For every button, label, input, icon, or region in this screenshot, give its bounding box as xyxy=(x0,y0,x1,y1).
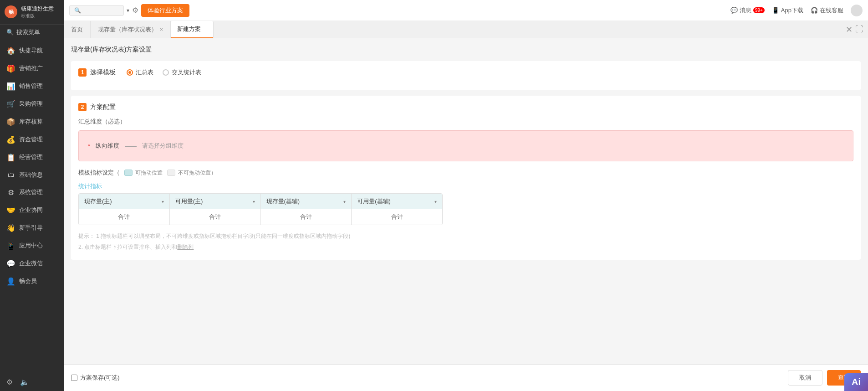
chevron-icon-1: ▾ xyxy=(253,199,255,204)
content-area: 现存量(库存状况表)方案设置 1 选择模板 汇总表 交叉统计表 xyxy=(64,38,868,364)
dimension-dash: —— xyxy=(125,143,137,149)
sidebar-search[interactable]: 🔍 搜索菜单 xyxy=(0,25,64,40)
tab-inventory-status[interactable]: 现存量（库存状况表） × xyxy=(91,21,171,38)
sidebar-item-marketing[interactable]: 🎁 营销推广 xyxy=(0,60,64,77)
stats-title: 统计指标 xyxy=(78,182,853,190)
sidebar-item-wechat[interactable]: 💬 企业微信 xyxy=(0,255,64,273)
stats-cell-0: 合计 xyxy=(79,209,170,225)
template-settings: 模板指标设定（ 可拖动位置 不可拖动位置） xyxy=(78,169,853,177)
chart-icon: 📊 xyxy=(6,82,15,91)
member-icon: 👤 xyxy=(6,277,15,286)
dimension-placeholder: 请选择分组维度 xyxy=(142,142,184,150)
volume-icon[interactable]: 🔈 xyxy=(20,378,29,386)
stats-table-header: 现存量(主) ▾ 可用量(主) ▾ 现存量(基辅) ▾ 可用量(基辅) ▾ xyxy=(79,194,442,209)
sidebar-item-guide[interactable]: 👋 新手引导 xyxy=(0,219,64,237)
fixed-legend: 不可拖动位置） xyxy=(167,169,216,177)
footer: 方案保存(可选) 取消 查询 xyxy=(64,364,868,391)
app-name: 畅康通好生意 标准版 xyxy=(21,5,54,19)
gift-icon: 🎁 xyxy=(6,64,15,73)
section-template: 1 选择模板 汇总表 交叉统计表 xyxy=(71,61,861,90)
section1-number: 1 xyxy=(78,68,87,77)
stats-col-0[interactable]: 现存量(主) ▾ xyxy=(79,194,170,209)
sidebar-item-inventory[interactable]: 📦 库存核算 xyxy=(0,113,64,131)
tab-bar: 首页 现存量（库存状况表） × 新建方案 × ✕ ⛶ xyxy=(64,21,868,38)
topbar: 🔍 ▾ ⚙ 体验行业方案 💬 消息 99+ 📱 App下载 🎧 在线客服 xyxy=(64,0,868,21)
tab-home[interactable]: 首页 xyxy=(64,21,91,38)
cancel-button[interactable]: 取消 xyxy=(788,370,822,386)
tab-close-inventory[interactable]: × xyxy=(160,26,163,33)
cart-icon: 🛒 xyxy=(6,100,15,108)
sidebar-bottom: ⚙ 🔈 xyxy=(0,373,64,391)
tab-close-new-scheme[interactable]: × xyxy=(204,26,207,32)
section1-header: 1 选择模板 汇总表 交叉统计表 xyxy=(78,68,853,77)
ai-float-button[interactable]: Ai xyxy=(844,373,868,391)
fixed-block xyxy=(167,170,175,176)
mobile-icon: 📱 xyxy=(6,242,15,250)
message-icon: 💬 xyxy=(730,7,738,14)
movable-block xyxy=(124,170,133,176)
template-radio-group: 汇总表 交叉统计表 xyxy=(127,68,201,77)
section2-number: 2 xyxy=(78,103,87,111)
movable-legend: 可拖动位置 xyxy=(124,169,163,177)
sidebar-item-quick-nav[interactable]: 🏠 快捷导航 xyxy=(0,42,64,60)
save-checkbox[interactable] xyxy=(71,375,77,381)
gear-icon[interactable]: ⚙ xyxy=(6,378,13,386)
trial-button[interactable]: 体验行业方案 xyxy=(141,4,189,17)
handshake-icon: 🤝 xyxy=(6,206,15,215)
close-panel-icon[interactable]: ✕ xyxy=(846,25,853,35)
stats-table: 现存量(主) ▾ 可用量(主) ▾ 现存量(基辅) ▾ 可用量(基辅) ▾ xyxy=(78,193,443,225)
sidebar-item-finance[interactable]: 💰 资金管理 xyxy=(0,131,64,149)
stats-col-1[interactable]: 可用量(主) ▾ xyxy=(170,194,261,209)
sidebar-item-system[interactable]: ⚙ 系统管理 xyxy=(0,184,64,201)
download-icon: 📱 xyxy=(772,7,779,14)
sidebar-item-member[interactable]: 👤 畅会员 xyxy=(0,273,64,290)
chevron-icon-2: ▾ xyxy=(343,199,346,204)
dimension-area[interactable]: * 纵向维度 —— 请选择分组维度 xyxy=(78,130,853,161)
wechat-icon: 💬 xyxy=(6,259,15,268)
settings-icon: ⚙ xyxy=(6,188,15,197)
wave-icon: 👋 xyxy=(6,224,15,232)
money-icon: 💰 xyxy=(6,135,15,144)
stats-col-2[interactable]: 现存量(基辅) ▾ xyxy=(261,194,352,209)
dimension-label: 纵向维度 xyxy=(96,142,119,150)
topbar-search-box[interactable]: 🔍 xyxy=(69,5,124,16)
box-icon: 📦 xyxy=(6,118,15,126)
sidebar-item-business[interactable]: 📋 经营管理 xyxy=(0,149,64,166)
app-logo-icon: 畅 xyxy=(5,5,17,18)
clipboard-icon: 📋 xyxy=(6,153,15,162)
sidebar-item-base-info[interactable]: 🗂 基础信息 xyxy=(0,166,64,184)
sidebar-item-cooperation[interactable]: 🤝 企业协同 xyxy=(0,201,64,219)
expand-icon[interactable]: ⛶ xyxy=(855,25,863,34)
radio-circle-summary xyxy=(127,69,133,76)
tab-new-scheme[interactable]: 新建方案 × xyxy=(171,21,214,38)
stats-cell-1: 合计 xyxy=(170,209,261,225)
message-button[interactable]: 💬 消息 99+ xyxy=(730,6,765,15)
search-icon: 🔍 xyxy=(74,7,81,14)
app-download-button[interactable]: 📱 App下载 xyxy=(772,6,803,15)
stats-table-body: 合计 合计 合计 合计 xyxy=(79,209,442,225)
section-config: 2 方案配置 汇总维度（必选） * 纵向维度 —— 请选择分组维度 模板指标设定… xyxy=(71,96,861,260)
section2-header: 2 方案配置 xyxy=(78,103,853,111)
template-settings-label: 模板指标设定（ 可拖动位置 不可拖动位置） xyxy=(78,169,853,177)
dimension-row: * 纵向维度 —— 请选择分组维度 xyxy=(88,142,844,150)
gear-settings-icon[interactable]: ⚙ xyxy=(132,6,138,15)
sidebar-item-apps[interactable]: 📱 应用中心 xyxy=(0,237,64,255)
user-avatar[interactable] xyxy=(851,5,863,16)
sidebar-nav: 🏠 快捷导航 🎁 营销推广 📊 销售管理 🛒 采购管理 📦 库存核算 💰 资金管… xyxy=(0,40,64,373)
stats-cell-3: 合计 xyxy=(352,209,442,225)
online-service-button[interactable]: 🎧 在线客服 xyxy=(811,6,843,15)
chevron-icon-3: ▾ xyxy=(434,199,437,204)
topbar-right: 💬 消息 99+ 📱 App下载 🎧 在线客服 xyxy=(730,5,863,16)
sidebar-item-sales[interactable]: 📊 销售管理 xyxy=(0,77,64,95)
stats-col-3[interactable]: 可用量(基辅) ▾ xyxy=(352,194,442,209)
radio-cross[interactable]: 交叉统计表 xyxy=(163,68,201,77)
main-area: 🔍 ▾ ⚙ 体验行业方案 💬 消息 99+ 📱 App下载 🎧 在线客服 xyxy=(64,0,868,391)
topbar-dropdown[interactable]: ▾ xyxy=(127,7,129,14)
search-icon: 🔍 xyxy=(6,29,14,36)
radio-summary[interactable]: 汇总表 xyxy=(127,68,153,77)
stats-cell-2: 合计 xyxy=(261,209,352,225)
sidebar-item-purchase[interactable]: 🛒 采购管理 xyxy=(0,95,64,113)
topbar-left: 🔍 ▾ ⚙ 体验行业方案 xyxy=(69,4,726,17)
aggregate-label: 汇总维度（必选） xyxy=(78,118,853,126)
sidebar-logo: 畅 畅康通好生意 标准版 xyxy=(0,0,64,25)
